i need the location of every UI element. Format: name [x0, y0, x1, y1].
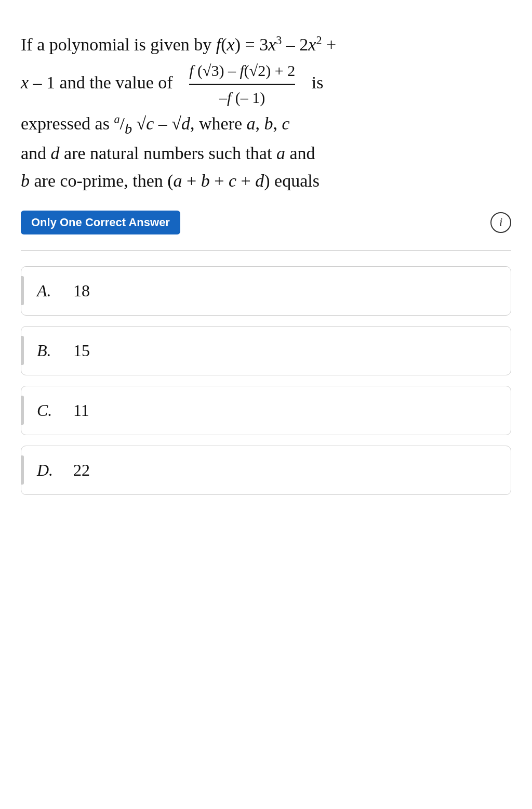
option-d[interactable]: D. 22 [21, 446, 511, 495]
question-text: If a polynomial is given by f(x) = 3x3 –… [21, 31, 511, 195]
option-a-label: A. [37, 281, 58, 301]
question-container: If a polynomial is given by f(x) = 3x3 –… [16, 21, 516, 516]
only-one-correct-badge: Only One Correct Answer [21, 211, 180, 234]
fraction: f (√3) – f(√2) + 2 –f (– 1) [189, 59, 295, 110]
question-line5: b are co-prime, then (a + b + c + d) equ… [21, 171, 320, 190]
option-a-value: 18 [73, 281, 90, 301]
option-c-label: C. [37, 401, 58, 420]
question-line3: expressed as a/b √c – √d, where a, b, c [21, 114, 290, 133]
question-line4: and d are natural numbers such that a an… [21, 143, 315, 163]
option-d-label: D. [37, 461, 58, 480]
options-list: A. 18 B. 15 C. 11 D. 22 [21, 266, 511, 505]
fraction-denominator: –f (– 1) [189, 85, 295, 110]
option-a[interactable]: A. 18 [21, 266, 511, 316]
info-icon[interactable]: i [490, 212, 511, 233]
badge-row: Only One Correct Answer i [21, 211, 511, 234]
option-d-value: 22 [73, 461, 90, 480]
question-line2: x – 1 and the value of f (√3) – f(√2) + … [21, 73, 323, 92]
option-c-value: 11 [73, 401, 89, 420]
question-line1: If a polynomial is given by f(x) = 3x3 –… [21, 35, 336, 54]
option-b[interactable]: B. 15 [21, 326, 511, 375]
option-b-value: 15 [73, 341, 90, 360]
fraction-numerator: f (√3) – f(√2) + 2 [189, 59, 295, 85]
section-divider [21, 250, 511, 251]
option-c[interactable]: C. 11 [21, 386, 511, 435]
option-b-label: B. [37, 341, 58, 360]
